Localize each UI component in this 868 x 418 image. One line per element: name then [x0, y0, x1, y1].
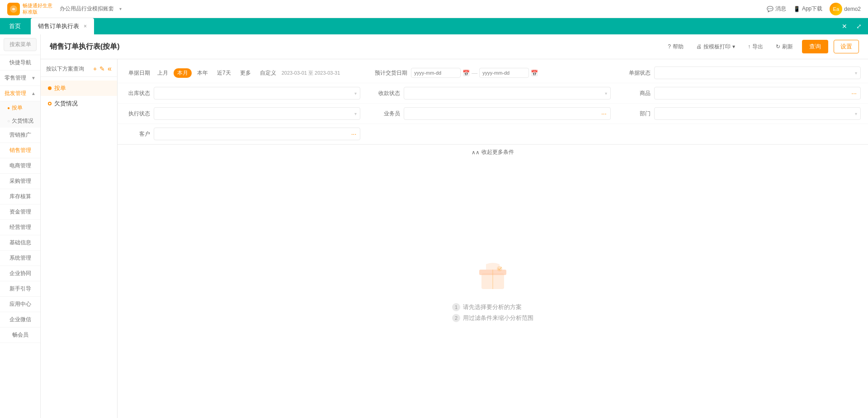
inner-content: 单据日期 上月 本月 本年 近7天 更多 自定义 2023-03-01 至 20…	[118, 59, 868, 418]
status-label: 单据状态	[625, 69, 651, 77]
tab-bar: 首页 销售订单执行表 × ✕ ⤢	[0, 18, 868, 34]
sidebar-item-app-center[interactable]: 应用中心	[0, 297, 40, 312]
sidebar-item-operation[interactable]: 经营管理	[0, 220, 40, 235]
tab-expand-icon[interactable]: ⤢	[854, 22, 864, 31]
scheme-item-shortage[interactable]: 欠货情况	[41, 96, 117, 111]
out-status-label: 出库状态	[125, 90, 150, 97]
export-button[interactable]: ↑ 导出	[744, 41, 767, 52]
dept-label: 部门	[625, 110, 651, 118]
retail-arrow-icon: ▼	[31, 76, 36, 81]
query-button[interactable]: 查询	[802, 40, 828, 53]
dept-select[interactable]	[654, 107, 861, 120]
collect-status-select[interactable]	[404, 87, 610, 100]
tab-sales-order[interactable]: 销售订单执行表 ×	[31, 18, 94, 34]
sidebar-item-basic-info[interactable]: 基础信息	[0, 235, 40, 251]
print-button[interactable]: 🖨 按模板打印 ▾	[693, 41, 739, 52]
collapse-more-button[interactable]: ∧∧ 收起更多条件	[472, 148, 514, 156]
search-menu-button[interactable]: 搜索菜单	[4, 38, 37, 51]
sub-item-dot2-icon: ○	[7, 119, 10, 124]
avatar: Ea	[830, 3, 842, 15]
download-icon: 📱	[793, 6, 800, 12]
sidebar-item-weixin[interactable]: 企业微信	[0, 312, 40, 328]
app-download-button[interactable]: 📱 App下载	[793, 5, 822, 13]
sidebar-item-sales[interactable]: 销售管理	[0, 143, 40, 158]
empty-tips: 1 请先选择要分析的方案 2 用过滤条件来缩小分析范围	[452, 303, 533, 322]
exec-status-select[interactable]	[154, 107, 360, 120]
out-status-wrap: ▾	[154, 87, 360, 100]
sidebar-item-member[interactable]: 畅会员	[0, 328, 40, 343]
industry-dropdown-icon[interactable]: ▾	[119, 6, 122, 11]
sidebar-item-quick-nav[interactable]: 快捷导航	[0, 55, 40, 71]
calendar-start-icon[interactable]: 📅	[462, 70, 470, 76]
filter-cell-empty-1	[368, 124, 618, 144]
date-tab-7days[interactable]: 近7天	[213, 68, 235, 78]
filter-cell-empty-2	[618, 124, 868, 144]
date-tab-thisyear[interactable]: 本年	[193, 68, 212, 78]
sidebar-item-wholesale[interactable]: 批发管理 ▲	[0, 86, 40, 101]
logo-text: 畅捷通好生意 标准版	[23, 3, 52, 14]
scheme-item-orders[interactable]: 按单	[41, 81, 117, 96]
sidebar-item-ecommerce[interactable]: 电商管理	[0, 158, 40, 174]
out-status-select[interactable]	[154, 87, 360, 100]
message-icon: 💬	[767, 6, 774, 12]
status-select-wrap: ▾	[654, 66, 861, 79]
print-dropdown-icon: ▾	[732, 43, 735, 50]
header-left: 畅捷通好生意 标准版 办公用品行业模拟账套 ▾	[7, 3, 122, 15]
sidebar-item-enterprise[interactable]: 企业协同	[0, 266, 40, 281]
scheme-add-button[interactable]: +	[93, 65, 97, 72]
date-label: 单据日期	[125, 69, 150, 77]
date-range-display: 2023-03-01 至 2023-03-31	[282, 70, 340, 76]
logo-icon	[7, 3, 20, 15]
date-tab-thismonth[interactable]: 本月	[174, 68, 192, 78]
industry-label: 办公用品行业模拟账套	[60, 5, 114, 13]
tab-home[interactable]: 首页	[0, 18, 30, 34]
sidebar-item-inventory[interactable]: 库存核算	[0, 189, 40, 204]
user-menu[interactable]: Ea demo2	[830, 3, 861, 15]
sidebar-item-finance[interactable]: 资金管理	[0, 204, 40, 220]
logo-area[interactable]: 畅捷通好生意 标准版	[7, 3, 52, 15]
export-icon: ↑	[748, 43, 750, 50]
sidebar-item-marketing[interactable]: 营销推广	[0, 128, 40, 143]
scheme-edit-button[interactable]: ✎	[99, 65, 105, 72]
sidebar-item-purchase[interactable]: 采购管理	[0, 174, 40, 189]
page-header: 销售订单执行表(按单) ? 帮助 🖨 按模板打印 ▾ ↑ 导出 ↻ 刷新	[41, 34, 868, 59]
filter-cell-out-status: 出库状态 ▾	[118, 83, 368, 103]
expected-date-start-input[interactable]	[411, 68, 461, 78]
refresh-button[interactable]: ↻ 刷新	[772, 41, 797, 52]
filter-cell-date: 单据日期 上月 本月 本年 近7天 更多 自定义 2023-03-01 至 20…	[118, 63, 368, 83]
sub-item-dot-icon: ●	[7, 105, 10, 110]
collapse-more-caret-icon: ∧∧	[472, 149, 480, 156]
date-tab-custom[interactable]: 自定义	[256, 68, 280, 78]
status-select[interactable]	[654, 66, 861, 79]
salesman-label: 业务员	[375, 110, 400, 118]
sidebar-item-system[interactable]: 系统管理	[0, 251, 40, 266]
calendar-end-icon[interactable]: 📅	[531, 70, 538, 76]
scheme-collapse-button[interactable]: «	[108, 65, 112, 73]
message-button[interactable]: 💬 消息	[767, 5, 786, 13]
filter-row-1: 单据日期 上月 本月 本年 近7天 更多 自定义 2023-03-01 至 20…	[118, 63, 868, 83]
tab-close-icon[interactable]: ×	[84, 23, 87, 29]
goods-ellipsis-icon[interactable]: ···	[851, 90, 857, 97]
tip-2-num: 2	[452, 314, 460, 322]
date-tab-more[interactable]: 更多	[236, 68, 255, 78]
svg-point-4	[497, 266, 502, 271]
customer-ellipsis-icon[interactable]: ···	[351, 130, 357, 138]
help-button[interactable]: ? 帮助	[664, 41, 687, 52]
salesman-ellipsis-icon[interactable]: ···	[601, 110, 607, 117]
filter-content-wrap: 按以下方案查询 + ✎ « 按单 欠货情况	[41, 59, 868, 418]
goods-label: 商品	[625, 90, 651, 97]
sidebar-subitem-shortage[interactable]: ○ 欠货情况	[0, 114, 40, 128]
scheme-dot-inactive	[48, 102, 52, 105]
filter-cell-goods: 商品 ···	[618, 83, 868, 103]
expected-date-end-input[interactable]	[479, 68, 529, 78]
goods-input[interactable]: ···	[654, 87, 861, 100]
sidebar-item-guide[interactable]: 新手引导	[0, 281, 40, 297]
date-tab-lastmonth[interactable]: 上月	[154, 68, 172, 78]
filter-row-4: 客户 ···	[118, 124, 868, 144]
settings-button[interactable]: 设置	[834, 40, 859, 53]
sidebar-item-retail[interactable]: 零售管理 ▼	[0, 71, 40, 86]
tab-close-all-icon[interactable]: ✕	[839, 22, 850, 31]
sidebar-subitem-orders[interactable]: ● 按单	[0, 101, 40, 114]
customer-input[interactable]: ···	[154, 128, 360, 140]
salesman-input[interactable]: ···	[404, 107, 610, 120]
